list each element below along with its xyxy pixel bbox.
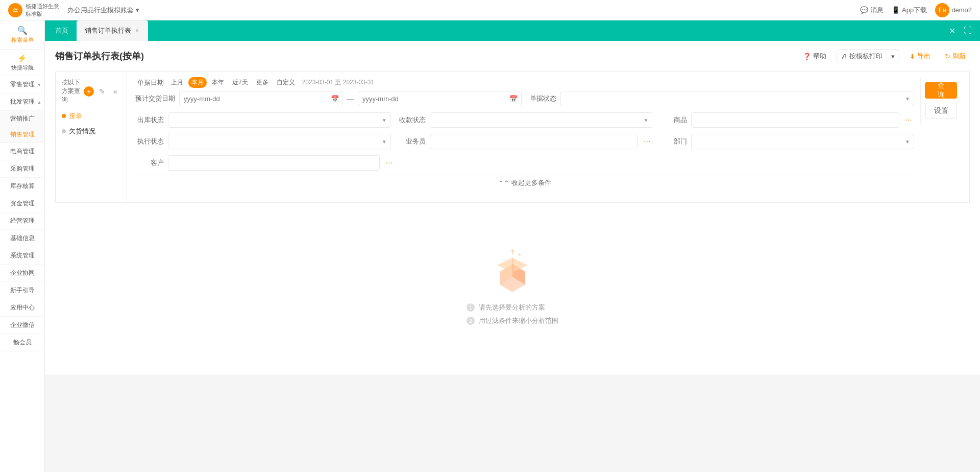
date-prev-month-btn[interactable]: 上月 [168, 77, 186, 88]
svg-text:✦: ✦ [518, 252, 522, 257]
sidebar-item-quicknav[interactable]: ⚡ 快捷导航 [0, 50, 44, 76]
date-this-year-btn[interactable]: 本年 [209, 77, 227, 88]
delivery-status-select[interactable] [168, 112, 391, 128]
tab-close-all-icon[interactable]: ✕ [947, 24, 958, 38]
sidebar-item-inventory[interactable]: 库存核算 [0, 178, 44, 195]
tab-sales-order[interactable]: 销售订单执行表 × [77, 20, 148, 41]
download-icon: 📱 [892, 6, 900, 14]
app-download-action[interactable]: 📱 App下载 [892, 6, 927, 15]
print-dropdown-button[interactable]: ▾ [887, 51, 899, 62]
salesman-label: 业务员 [397, 137, 426, 146]
date-last7-btn[interactable]: 近7天 [229, 77, 251, 88]
plan-item-shortage[interactable]: 欠货情况 [56, 124, 127, 139]
header-right: 💬 消息 📱 App下载 Ea demo2 [860, 3, 972, 17]
message-action[interactable]: 💬 消息 [860, 6, 884, 15]
sidebar-item-wholesale[interactable]: 批发管理 [0, 93, 44, 111]
expected-date-end-input[interactable] [358, 91, 522, 106]
salesman-input[interactable] [430, 134, 638, 149]
sidebar-item-marketing[interactable]: 营销推广 [0, 111, 44, 127]
date-custom-btn[interactable]: 自定义 [274, 77, 298, 88]
sidebar-item-corpwx[interactable]: 企业微信 [0, 317, 44, 334]
tab-expand-icon[interactable]: ⛶ [962, 24, 974, 37]
sidebar-item-business[interactable]: 经营管理 [0, 213, 44, 230]
sidebar-item-appcenter[interactable]: 应用中心 [0, 299, 44, 317]
filter-sidebar: 按以下方案查询 + ✎ « 按单 [56, 72, 127, 202]
sidebar-item-purchase[interactable]: 采购管理 [0, 160, 44, 178]
collapse-sidebar-button[interactable]: « [110, 86, 120, 97]
customer-more-icon[interactable]: ··· [384, 158, 395, 168]
dept-label: 部门 [658, 137, 687, 146]
goods-input[interactable] [691, 112, 899, 128]
sidebar-item-newguide[interactable]: 新手引导 [0, 282, 44, 299]
expected-date-start-input[interactable] [179, 91, 343, 106]
date-sep: — [347, 95, 354, 103]
single-status-select-wrap: ▼ [560, 91, 914, 106]
dept-select[interactable] [691, 134, 914, 149]
collapse-filter-button[interactable]: ⌃⌃ 收起更多条件 [135, 175, 914, 191]
filter-row-1: 单据日期 上月 本月 本年 近7天 更多 自定义 2023-03-01 至 20… [135, 77, 914, 191]
settings-button[interactable]: 设置 [925, 103, 957, 119]
customer-input[interactable] [168, 155, 380, 171]
help-icon: ❓ [803, 53, 811, 60]
header-left: 畅捷通好生意 标准版 办公用品行业模拟账套 ▾ [8, 3, 143, 17]
delivery-status-group: 出库状态 ▼ [135, 112, 391, 128]
date-this-month-btn[interactable]: 本月 [188, 77, 207, 88]
dept-select-wrap: ▼ [691, 134, 914, 149]
collection-status-group: 收款状态 ▼ [397, 112, 653, 128]
exec-status-group: 执行状态 ▼ [135, 134, 391, 149]
filter-body: 按以下方案查询 + ✎ « 按单 [55, 72, 970, 202]
sidebar-item-finance[interactable]: 资金管理 [0, 195, 44, 213]
collapse-icon: ⌃⌃ [498, 179, 509, 187]
sidebar-item-basic[interactable]: 基础信息 [0, 230, 44, 247]
tab-home[interactable]: 首页 [47, 20, 77, 41]
message-icon: 💬 [860, 6, 868, 14]
print-arrow-icon: ▾ [891, 53, 895, 60]
export-button[interactable]: ⬇ 导出 [905, 50, 935, 63]
sidebar-search[interactable]: 🔍 搜索菜单 [0, 20, 44, 50]
goods-more-icon[interactable]: ··· [903, 115, 914, 125]
company-selector[interactable]: 办公用品行业模拟账套 ▾ [63, 4, 143, 17]
page-actions: ❓ 帮助 🖨 按模板打印 ▾ [799, 49, 970, 63]
sidebar-item-system[interactable]: 系统管理 [0, 247, 44, 265]
main-layout: 🔍 搜索菜单 ⚡ 快捷导航 零售管理 批发管理 营销推广 销售管理 电商管理 采… [0, 20, 980, 472]
tip-num-1: 1 [467, 303, 475, 312]
single-status-group: 单据状态 ▼ [528, 91, 914, 106]
user-info[interactable]: Ea demo2 [935, 3, 972, 17]
sidebar-item-member[interactable]: 畅会员 [0, 334, 44, 351]
sidebar-item-ecommerce[interactable]: 电商管理 [0, 143, 44, 160]
collection-status-label: 收款状态 [397, 115, 426, 125]
query-button[interactable]: 查询 [925, 82, 957, 99]
edit-plan-button[interactable]: ✎ [97, 86, 107, 97]
print-button[interactable]: 🖨 按模板打印 [837, 50, 887, 63]
help-button[interactable]: ❓ 帮助 [799, 50, 830, 63]
logo-text: 畅捷通好生意 标准版 [26, 3, 59, 17]
top-header: 畅捷通好生意 标准版 办公用品行业模拟账套 ▾ 💬 消息 📱 App下载 Ea … [0, 0, 980, 20]
single-status-select[interactable] [560, 91, 914, 106]
plan-item-order[interactable]: 按单 [56, 108, 127, 124]
delivery-status-label: 出库状态 [135, 115, 164, 125]
sidebar-item-retail[interactable]: 零售管理 [0, 76, 44, 93]
customer-group: 客户 ··· [135, 155, 395, 171]
empty-tips: 1 请先选择要分析的方案 2 用过滤条件来缩小分析范围 [467, 303, 558, 325]
collection-status-select[interactable] [430, 112, 653, 128]
exec-status-select[interactable] [168, 134, 391, 149]
exec-status-label: 执行状态 [135, 137, 164, 146]
refresh-icon: ↻ [945, 53, 950, 60]
filter-sidebar-header: 按以下方案查询 + ✎ « [56, 76, 127, 106]
page-inner: 销售订单执行表(按单) ❓ 帮助 🖨 按模板打印 [45, 41, 980, 374]
tab-close-icon[interactable]: × [134, 27, 140, 34]
date-more-btn[interactable]: 更多 [253, 77, 272, 88]
salesman-more-icon[interactable]: ··· [642, 137, 652, 146]
sidebar-item-sales[interactable]: 销售管理 [0, 127, 44, 143]
delivery-status-select-wrap: ▼ [168, 112, 391, 128]
goods-label: 商品 [658, 115, 687, 125]
empty-illustration: ✦ ✦ [487, 244, 538, 295]
add-plan-button[interactable]: + [84, 86, 94, 97]
single-status-label: 单据状态 [528, 94, 556, 103]
sidebar: 🔍 搜索菜单 ⚡ 快捷导航 零售管理 批发管理 营销推广 销售管理 电商管理 采… [0, 20, 45, 472]
refresh-button[interactable]: ↻ 刷新 [941, 50, 970, 63]
company-arrow-icon: ▾ [136, 6, 139, 14]
dept-group: 部门 ▼ [658, 134, 914, 149]
page-title: 销售订单执行表(按单) [55, 50, 144, 62]
sidebar-item-collab[interactable]: 企业协同 [0, 265, 44, 282]
